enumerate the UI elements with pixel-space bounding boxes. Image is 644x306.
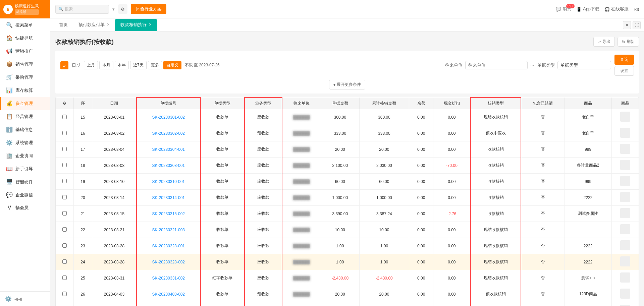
row-checkbox[interactable]: [62, 163, 67, 167]
partner-name-blurred: ██████: [293, 260, 310, 264]
row-checkbox[interactable]: [62, 179, 67, 183]
cell-date: 2023-03-01: [92, 109, 136, 125]
cell-checkbox[interactable]: [56, 302, 74, 306]
sidebar-item-wechat[interactable]: 💬企业微信: [0, 188, 50, 201]
sidebar-item-inventory[interactable]: 📊库存核算: [0, 84, 50, 97]
cell-write-off-type: 现结收款核销: [471, 238, 521, 254]
this-year-button[interactable]: 本年: [115, 61, 129, 69]
sidebar-item-purchase[interactable]: 🛒采购管理: [0, 71, 50, 84]
doc-no-link[interactable]: SK-20230403-002: [152, 292, 185, 297]
dropdown-chevron-icon[interactable]: ▾: [112, 7, 115, 12]
table-row: 26 2023-04-03 SK-20230403-002 收款单 预收款 ██…: [56, 286, 639, 302]
app-download-button[interactable]: 📱 App下载: [576, 6, 599, 12]
solution-button[interactable]: 体验行业方案: [131, 4, 166, 14]
tab-collection-close[interactable]: ✕: [149, 22, 152, 27]
tab-prepay-close[interactable]: ✕: [107, 22, 110, 27]
tab-maximize-button[interactable]: ⛶: [633, 21, 641, 29]
sidebar-item-basic[interactable]: ℹ️基础信息: [0, 123, 50, 136]
doc-no-link[interactable]: SK-20230331-002: [152, 276, 185, 281]
cell-doc-no: SK-20230315-002: [137, 206, 201, 222]
filter-expand-button[interactable]: »: [60, 61, 68, 69]
doc-no-link[interactable]: SK-20230328-002: [152, 260, 185, 264]
row-checkbox[interactable]: [62, 115, 67, 119]
doc-no-link[interactable]: SK-20230314-001: [152, 195, 185, 200]
tab-home[interactable]: 首页: [54, 19, 73, 31]
cell-checkbox[interactable]: [56, 270, 74, 286]
doc-no-link[interactable]: SK-20230310-001: [152, 179, 185, 184]
topbar-search[interactable]: 🔍 搜索: [55, 5, 109, 14]
sidebar-item-marketing[interactable]: 📢营销推广: [0, 45, 50, 58]
sidebar-item-management[interactable]: 📋经营管理: [0, 110, 50, 123]
tab-collection[interactable]: 收款核销执行 ✕: [115, 19, 157, 31]
col-settings[interactable]: ⚙: [56, 98, 74, 109]
this-month-button[interactable]: 本月: [99, 61, 113, 69]
cell-checkbox[interactable]: [56, 174, 74, 190]
sidebar-item-finance[interactable]: 💰资金管理: [0, 97, 50, 110]
sidebar-item-guide[interactable]: 📖新手引导: [0, 162, 50, 175]
last-month-button[interactable]: 上月: [84, 61, 98, 69]
sidebar-item-sales[interactable]: 📦销售管理: [0, 58, 50, 71]
row-checkbox[interactable]: [62, 292, 67, 296]
doc-no-link[interactable]: SK-20230328-001: [152, 244, 185, 248]
cell-balance: 0.00: [409, 190, 433, 206]
cell-num: 20: [74, 190, 92, 206]
doc-no-link[interactable]: SK-20230308-001: [152, 163, 185, 168]
finance-icon: 💰: [6, 100, 13, 107]
sidebar-item-system[interactable]: ⚙️系统管理: [0, 136, 50, 149]
cell-checkbox[interactable]: [56, 141, 74, 158]
row-checkbox[interactable]: [62, 243, 67, 248]
refresh-button[interactable]: ↻ 刷新: [618, 37, 639, 47]
cell-checkbox[interactable]: [56, 238, 74, 254]
tab-close-all-button[interactable]: ✕: [623, 21, 631, 29]
cell-num: 27: [74, 302, 92, 306]
doc-type-filter: 单据类型 单据类型: [537, 61, 611, 69]
sidebar-collapse-icon[interactable]: ◀◀: [14, 296, 22, 302]
sidebar-item-member[interactable]: V畅会员: [0, 201, 50, 214]
sidebar-item-quick-nav[interactable]: 🏠快捷导航: [0, 32, 50, 45]
cell-checkbox[interactable]: [56, 286, 74, 302]
doc-no-link[interactable]: SK-20230321-003: [152, 228, 185, 232]
custom-date-button[interactable]: 自定义: [163, 61, 181, 69]
cell-checkbox[interactable]: [56, 158, 74, 174]
doc-no-link[interactable]: SK-20230315-002: [152, 211, 185, 216]
row-checkbox[interactable]: [62, 211, 67, 216]
cell-checkbox[interactable]: [56, 109, 74, 125]
row-checkbox[interactable]: [62, 259, 67, 264]
row-checkbox[interactable]: [62, 131, 67, 135]
cell-checkbox[interactable]: [56, 254, 74, 270]
cell-checkbox[interactable]: [56, 206, 74, 222]
cell-cash-discount: 0.00: [433, 254, 471, 270]
row-checkbox[interactable]: [62, 147, 67, 151]
gear-button[interactable]: ⚙: [118, 4, 127, 14]
last-7days-button[interactable]: 近7天: [130, 61, 147, 69]
sidebar-item-search[interactable]: 🔍搜索菜单: [0, 18, 50, 32]
expand-more-conditions-button[interactable]: ▾ 展开更多条件: [329, 80, 365, 89]
table-row: 22 2023-03-21 SK-20230321-003 收款单 应收款 ██…: [56, 222, 639, 238]
more-date-button[interactable]: 更多: [148, 61, 162, 69]
sidebar-item-enterprise[interactable]: 🏢企业协同: [0, 149, 50, 162]
settings-button[interactable]: 设置: [614, 66, 634, 76]
doc-type-select[interactable]: 单据类型: [557, 61, 611, 69]
doc-no-link[interactable]: SK-20230302-002: [152, 131, 185, 136]
export-button[interactable]: ↗ 导出: [593, 37, 615, 47]
cell-checkbox[interactable]: [56, 190, 74, 206]
query-button[interactable]: 查询: [614, 55, 634, 65]
cell-partner: ██████: [282, 302, 321, 306]
unit-input[interactable]: [465, 61, 528, 69]
sidebar-settings-icon[interactable]: ⚙️: [5, 296, 12, 302]
unit-more-icon[interactable]: ···: [530, 63, 534, 68]
doc-no-link[interactable]: SK-20230301-002: [152, 115, 185, 120]
cell-goods: 123D商品: [565, 286, 611, 302]
message-button[interactable]: 💬 消息 99+: [556, 6, 571, 12]
cell-doc-no: SK-20230304-001: [137, 141, 201, 158]
sidebar-item-hardware[interactable]: 🖥️智能硬件: [0, 175, 50, 188]
cell-checkbox[interactable]: [56, 222, 74, 238]
row-checkbox[interactable]: [62, 276, 67, 280]
doc-no-link[interactable]: SK-20230304-001: [152, 147, 185, 152]
row-checkbox[interactable]: [62, 195, 67, 199]
online-service-button[interactable]: 🎧 在线客服: [604, 6, 629, 12]
cell-checkbox[interactable]: [56, 125, 74, 141]
row-checkbox[interactable]: [62, 227, 67, 232]
column-settings-icon[interactable]: ⚙: [63, 101, 66, 106]
tab-prepay[interactable]: 预付款应付单 ✕: [73, 19, 115, 31]
